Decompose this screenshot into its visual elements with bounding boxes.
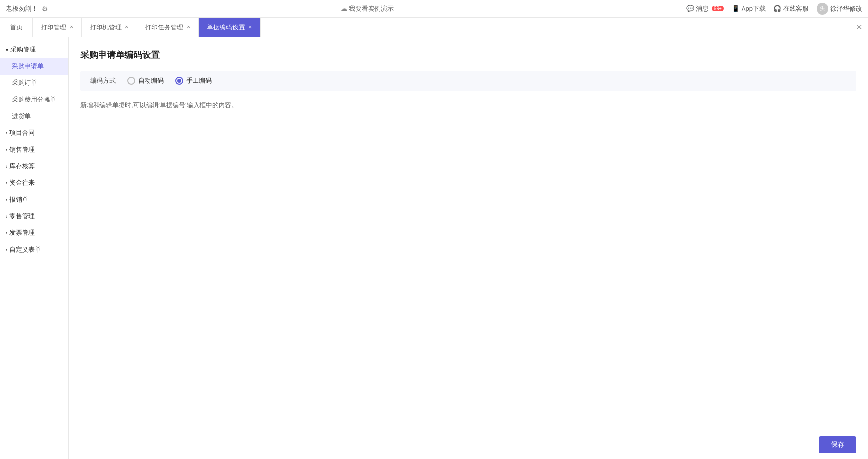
sidebar-group-retail[interactable]: › 零售管理 — [0, 208, 68, 225]
cloud-icon: ☁ — [341, 5, 347, 12]
tab-printer-mgmt[interactable]: 打印机管理 ✕ — [82, 18, 137, 37]
top-bar-right: 💬 消息 99+ 📱 App下载 🎧 在线客服 头 徐泽华修改 — [686, 3, 862, 15]
message-label: 消息 — [696, 4, 709, 13]
message-button[interactable]: 💬 消息 99+ — [686, 4, 724, 13]
encoding-row: 编码方式 自动编码 手工编码 — [80, 71, 856, 91]
sidebar-group-capital-label: 资金往来 — [9, 178, 35, 187]
online-service-label: 在线客服 — [783, 4, 809, 13]
sidebar-group-project-label: 项目合同 — [9, 128, 35, 137]
sidebar-item-purchase-expense[interactable]: 采购费用分摊单 — [0, 91, 68, 108]
sidebar-item-purchase-request[interactable]: 采购申请单 — [0, 58, 68, 75]
headset-icon: 🎧 — [773, 5, 781, 12]
message-badge: 99+ — [712, 6, 724, 11]
page-title: 采购申请单编码设置 — [80, 49, 856, 61]
top-bar-center: ☁ 我要看实例演示 — [341, 4, 394, 13]
sidebar-group-purchase[interactable]: ▾ 采购管理 — [0, 41, 68, 58]
sidebar-group-invoice-label: 发票管理 — [9, 229, 35, 237]
tab-home[interactable]: 首页 — [0, 18, 33, 37]
sidebar-item-purchase-order[interactable]: 采购订单 — [0, 75, 68, 91]
tab-barcode-setting[interactable]: 单据编码设置 ✕ — [199, 18, 261, 37]
app-download-button[interactable]: 📱 App下载 — [732, 4, 766, 13]
sidebar-item-purchase-request-label: 采购申请单 — [12, 62, 44, 70]
close-all-icon: ✕ — [856, 23, 862, 32]
sidebar-group-return-label: 报销单 — [9, 195, 28, 204]
app-download-label: App下载 — [742, 4, 766, 13]
sidebar-group-sales-label: 销售管理 — [9, 145, 35, 154]
sidebar-item-purchase-order-label: 采购订单 — [12, 79, 37, 86]
close-all-tabs[interactable]: ✕ — [850, 23, 868, 32]
user-profile[interactable]: 头 徐泽华修改 — [817, 3, 862, 15]
chevron-right-icon8: › — [6, 247, 7, 253]
tab-bar: 首页 打印管理 ✕ 打印机管理 ✕ 打印任务管理 ✕ 单据编码设置 ✕ ✕ — [0, 18, 868, 37]
auto-code-option[interactable]: 自动编码 — [127, 76, 164, 85]
tab-home-label: 首页 — [10, 23, 23, 32]
chevron-right-icon7: › — [6, 230, 7, 236]
chevron-right-icon2: › — [6, 147, 7, 153]
sidebar-item-stock-in-label: 进货单 — [12, 112, 31, 120]
tab-print-mgmt-close[interactable]: ✕ — [69, 24, 74, 30]
content-area: 采购申请单编码设置 编码方式 自动编码 手工编码 新增和编辑单据时,可以编辑'单… — [69, 37, 868, 459]
chevron-down-icon: ▾ — [6, 47, 8, 52]
manual-code-radio[interactable] — [175, 77, 183, 85]
content-inner: 采购申请单编码设置 编码方式 自动编码 手工编码 新增和编辑单据时,可以编辑'单… — [69, 37, 868, 430]
sidebar-item-stock-in[interactable]: 进货单 — [0, 108, 68, 125]
sidebar-group-custom-form[interactable]: › 自定义表单 — [0, 241, 68, 258]
top-bar: 老板勿割！ ⚙ ☁ 我要看实例演示 💬 消息 99+ 📱 App下载 🎧 在线客… — [0, 0, 868, 18]
auto-code-label: 自动编码 — [138, 76, 164, 85]
tab-print-mgmt[interactable]: 打印管理 ✕ — [33, 18, 82, 37]
user-name: 徐泽华修改 — [830, 4, 862, 13]
sidebar-group-sales[interactable]: › 销售管理 — [0, 141, 68, 158]
chevron-right-icon4: › — [6, 180, 7, 186]
hint-text: 新增和编辑单据时,可以编辑'单据编号'输入框中的内容。 — [80, 101, 856, 110]
encoding-label: 编码方式 — [90, 76, 116, 85]
chevron-right-icon5: › — [6, 197, 7, 203]
tab-print-task-close[interactable]: ✕ — [186, 24, 191, 30]
chevron-right-icon3: › — [6, 164, 7, 169]
sidebar-group-capital[interactable]: › 资金往来 — [0, 175, 68, 191]
sidebar-group-retail-label: 零售管理 — [9, 212, 35, 221]
sidebar-group-custom-form-label: 自定义表单 — [9, 245, 41, 254]
manual-code-label: 手工编码 — [186, 76, 212, 85]
tab-printer-mgmt-close[interactable]: ✕ — [124, 24, 129, 30]
main-layout: ▾ 采购管理 采购申请单 采购订单 采购费用分摊单 进货单 › 项目合同 › 销… — [0, 37, 868, 459]
sidebar-group-inventory-label: 库存核算 — [9, 162, 35, 171]
tab-barcode-setting-close[interactable]: ✕ — [248, 24, 252, 30]
demo-link[interactable]: 我要看实例演示 — [349, 4, 394, 13]
sidebar-group-project[interactable]: › 项目合同 — [0, 125, 68, 141]
sidebar-item-purchase-expense-label: 采购费用分摊单 — [12, 96, 56, 103]
manual-code-option[interactable]: 手工编码 — [175, 76, 212, 85]
auto-code-radio[interactable] — [127, 77, 135, 85]
sidebar-group-inventory[interactable]: › 库存核算 — [0, 158, 68, 175]
tab-print-task-label: 打印任务管理 — [145, 23, 183, 32]
tab-barcode-setting-label: 单据编码设置 — [207, 23, 245, 32]
radio-checked-dot — [177, 79, 181, 83]
download-icon: 📱 — [732, 5, 740, 12]
avatar: 头 — [817, 3, 828, 15]
tab-printer-mgmt-label: 打印机管理 — [90, 23, 122, 32]
tab-print-mgmt-label: 打印管理 — [41, 23, 66, 32]
online-service-button[interactable]: 🎧 在线客服 — [773, 4, 809, 13]
settings-icon[interactable]: ⚙ — [42, 5, 48, 13]
top-bar-left: 老板勿割！ ⚙ — [6, 4, 48, 13]
sidebar: ▾ 采购管理 采购申请单 采购订单 采购费用分摊单 进货单 › 项目合同 › 销… — [0, 37, 69, 459]
content-footer: 保存 — [69, 430, 868, 459]
chevron-right-icon: › — [6, 130, 7, 136]
chat-icon: 💬 — [686, 5, 694, 12]
brand-label: 老板勿割！ — [6, 4, 38, 13]
sidebar-group-invoice[interactable]: › 发票管理 — [0, 225, 68, 241]
chevron-right-icon6: › — [6, 214, 7, 219]
tab-print-task[interactable]: 打印任务管理 ✕ — [137, 18, 199, 37]
sidebar-group-return[interactable]: › 报销单 — [0, 191, 68, 208]
save-button[interactable]: 保存 — [819, 436, 856, 453]
sidebar-group-purchase-label: 采购管理 — [10, 45, 36, 54]
